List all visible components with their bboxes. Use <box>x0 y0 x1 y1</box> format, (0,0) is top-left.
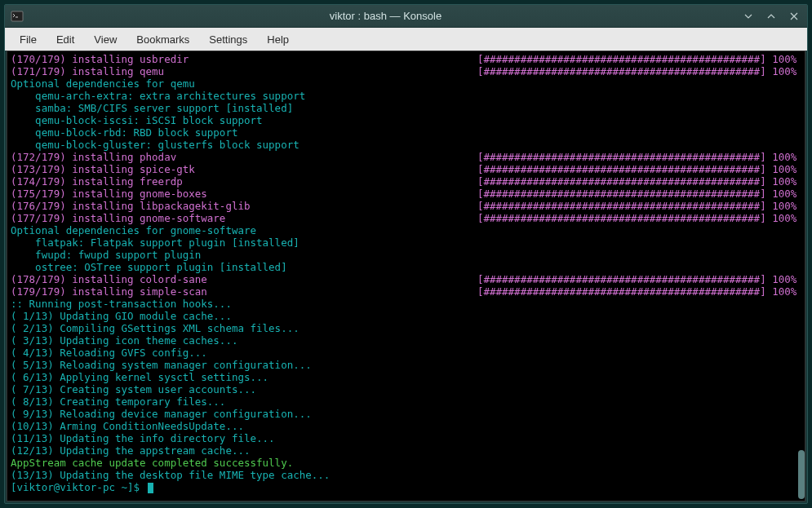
terminal-line: (178/179) installing colord-sane [######… <box>11 273 801 285</box>
terminal-line: Optional dependencies for gnome-software <box>11 224 801 236</box>
menu-settings[interactable]: Settings <box>201 30 255 49</box>
terminal-line: (173/179) installing spice-gtk [########… <box>11 163 801 175</box>
terminal-line: qemu-arch-extra: extra architectures sup… <box>11 90 801 102</box>
menu-file[interactable]: File <box>11 30 45 49</box>
menu-help[interactable]: Help <box>259 30 297 49</box>
terminal-line: samba: SMB/CIFS server support [installe… <box>11 102 801 114</box>
window-controls <box>740 8 802 24</box>
terminal-line: flatpak: Flatpak support plugin [install… <box>11 236 801 249</box>
menubar: File Edit View Bookmarks Settings Help <box>5 28 807 51</box>
terminal-line: Optional dependencies for qemu <box>11 77 801 90</box>
terminal-line: ( 8/13) Creating temporary files... <box>11 395 801 408</box>
terminal-line: ( 5/13) Reloading system manager configu… <box>11 359 801 371</box>
cursor <box>148 483 153 493</box>
svg-rect-0 <box>11 11 23 21</box>
terminal-line: (179/179) installing simple-scan [######… <box>11 285 801 298</box>
terminal-line: qemu-block-gluster: glusterfs block supp… <box>11 139 801 151</box>
terminal-line: ( 7/13) Creating system user accounts... <box>11 383 801 395</box>
terminal-line: ( 4/13) Reloading GVFS config... <box>11 347 801 359</box>
menu-bookmarks[interactable]: Bookmarks <box>128 30 197 49</box>
terminal-line: ( 9/13) Reloading device manager configu… <box>11 408 801 420</box>
terminal-line: (177/179) installing gnome-software [###… <box>11 212 801 224</box>
scrollbar-thumb[interactable] <box>798 450 805 499</box>
menu-edit[interactable]: Edit <box>48 30 82 49</box>
terminal-line: :: Running post-transaction hooks... <box>11 298 801 310</box>
terminal-line: ( 6/13) Applying kernel sysctl settings.… <box>11 371 801 383</box>
terminal-line: (170/179) installing usbredir [#########… <box>11 53 801 65</box>
terminal-line: (12/13) Updating the appstream cache... <box>11 444 801 457</box>
terminal-line: qemu-block-iscsi: iSCSI block support <box>11 114 801 126</box>
terminal-line: qemu-block-rbd: RBD block support <box>11 126 801 139</box>
window-title: viktor : bash — Konsole <box>31 10 740 22</box>
terminal-line: (10/13) Arming ConditionNeedsUpdate... <box>11 420 801 432</box>
terminal-line: AppStream cache update completed success… <box>11 457 801 469</box>
terminal-line: (172/179) installing phodav [###########… <box>11 151 801 163</box>
menu-view[interactable]: View <box>86 30 125 49</box>
terminal-line: (175/179) installing gnome-boxes [######… <box>11 188 801 200</box>
shell-prompt: [viktor@viktor-pc ~]$ <box>11 481 146 493</box>
titlebar[interactable]: viktor : bash — Konsole <box>5 5 807 28</box>
terminal-line: (13/13) Updating the desktop file MIME t… <box>11 469 801 481</box>
terminal-line: ( 2/13) Compiling GSettings XML schema f… <box>11 322 801 334</box>
close-button[interactable] <box>786 8 802 24</box>
terminal-line: ( 3/13) Updating icon theme caches... <box>11 334 801 347</box>
terminal-line: (176/179) installing libpackagekit-glib … <box>11 200 801 212</box>
terminal-line: fwupd: fwupd support plugin <box>11 249 801 261</box>
terminal-line: (174/179) installing freerdp [##########… <box>11 175 801 188</box>
terminal-line: (11/13) Updating the info directory file… <box>11 432 801 444</box>
minimize-button[interactable] <box>740 8 757 24</box>
terminal-viewport[interactable]: (170/179) installing usbredir [#########… <box>7 51 805 501</box>
scrollbar[interactable] <box>796 51 805 501</box>
terminal-line: ostree: OSTree support plugin [installed… <box>11 261 801 273</box>
prompt-line[interactable]: [viktor@viktor-pc ~]$ <box>11 481 801 493</box>
maximize-button[interactable] <box>763 8 779 24</box>
konsole-window: viktor : bash — Konsole File Edit View B… <box>4 4 808 504</box>
app-icon <box>10 9 24 24</box>
terminal-line: (171/179) installing qemu [#############… <box>11 65 801 77</box>
terminal-line: ( 1/13) Updating GIO module cache... <box>11 310 801 322</box>
